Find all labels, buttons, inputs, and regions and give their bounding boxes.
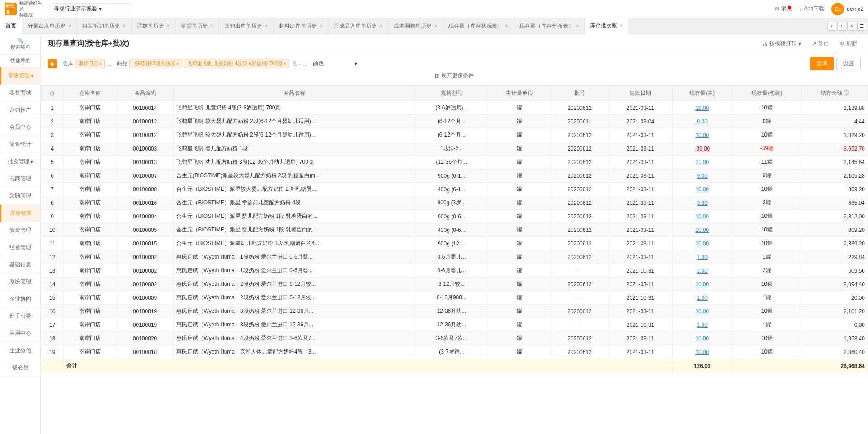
query-actions: 查询 设置 [810, 57, 861, 70]
cell-qty-main[interactable]: -39.00 [672, 142, 732, 156]
cell-code: 00100002 [116, 278, 174, 291]
cell-qty-pack: 10罐 [732, 332, 802, 345]
template-print-button[interactable]: 🖨 按模板打印 ▾ [759, 38, 805, 49]
product-tag-0[interactable]: 飞鹤奶粉3段丙瓶装 × [129, 59, 182, 68]
tab-1[interactable]: 分量盘点单历史 × [22, 18, 77, 34]
cell-qty-main[interactable]: 1.00 [672, 250, 732, 264]
tab-3[interactable]: 调拨单历史 × [132, 18, 175, 34]
cell-amount: 2,094.40 [802, 278, 868, 291]
tab-close-4[interactable]: × [211, 24, 213, 28]
cell-qty-main[interactable]: 1.00 [672, 318, 732, 332]
sidebar-item-retail-mall[interactable]: 零售商城 [0, 85, 40, 102]
sidebar-item-wechat[interactable]: 企业微信 [0, 342, 40, 359]
sidebar-item-purchase[interactable]: 采购管理 [0, 188, 40, 205]
cell-qty-pack: 0罐 [732, 115, 802, 128]
messages-button[interactable]: ✉ 消息 [775, 5, 792, 13]
table-row: 2 南岸门店 00100012 飞鹤星飞帆 较大婴儿配方奶粉 2段(6-12个月… [41, 115, 868, 128]
refresh-button[interactable]: ↻ 刷新 [836, 38, 861, 49]
sidebar-item-inventory[interactable]: 库存核算 [0, 205, 40, 222]
sidebar-item-member-center[interactable]: 会员中心 [0, 119, 40, 136]
cell-qty-pack: 2罐 [732, 264, 802, 278]
tab-4[interactable]: 要货单历史 × [175, 18, 219, 34]
cell-no: 15 [41, 291, 64, 305]
cell-qty-main[interactable]: 3.00 [672, 196, 732, 210]
cell-qty-main[interactable]: 10.00 [672, 183, 732, 196]
cell-qty-main[interactable]: 10.00 [672, 237, 732, 250]
export-button[interactable]: ↗ 导出 [808, 38, 833, 49]
query-button[interactable]: 查询 [810, 57, 834, 70]
table-row: 12 南岸门店 00100002 惠氏启赋（Wyeth illuma）1段奶粉 … [41, 250, 868, 264]
tab-close-7[interactable]: × [380, 24, 382, 28]
cell-qty-main[interactable]: 1.00 [672, 291, 732, 305]
cell-amount: 0.00 [802, 318, 868, 332]
cell-qty-main[interactable]: 10.00 [672, 128, 732, 142]
warehouse-tag[interactable]: 南岸门店 × [75, 59, 105, 68]
tab-8[interactable]: 成本调整单历史 × [388, 18, 443, 34]
sidebar-item-ecommerce[interactable]: 电商管理 [0, 170, 40, 188]
expand-filter-button[interactable]: ▶ [48, 59, 57, 68]
tab-9[interactable]: 现存量（库存状况表） × [443, 18, 514, 34]
cell-qty-main[interactable]: 10.00 [672, 223, 732, 237]
sidebar-item-enterprise[interactable]: 企业协同 [0, 291, 40, 308]
tab-next-button[interactable]: › [837, 22, 846, 31]
product-tag-1[interactable]: 飞鹤星飞帆 儿童奶粉 4段(3-6岁适用) 700克 × [184, 59, 289, 68]
tab-close-2[interactable]: × [123, 24, 126, 28]
cell-qty-main[interactable]: 10.00 [672, 345, 732, 359]
sidebar-item-changhui[interactable]: 畅会员 [0, 359, 40, 377]
cell-qty-main[interactable]: 10.00 [672, 101, 732, 115]
cell-qty-main[interactable]: 11.00 [672, 156, 732, 169]
sidebar-item-retail-stats[interactable]: 零售统计 [0, 136, 40, 153]
cell-qty-main[interactable]: 10.00 [672, 278, 732, 291]
cell-batch: — [551, 264, 609, 278]
sidebar-item-wholesale[interactable]: 批发管理 ▾ [0, 153, 40, 170]
cell-qty-main[interactable]: 10.00 [672, 305, 732, 318]
expand-more-conditions[interactable]: ⊞ 展开更多条件 [435, 72, 474, 80]
tab-close-11[interactable]: × [620, 23, 623, 28]
cell-no: 18 [41, 332, 64, 345]
cell-qty-main[interactable]: 10.00 [672, 210, 732, 223]
tab-prev-button[interactable]: ‹ [827, 22, 836, 31]
sidebar-item-marketing[interactable]: 营销推广 [0, 102, 40, 119]
cell-spec: 6-12月较... [415, 278, 488, 291]
cell-qty-main[interactable]: 10.00 [672, 332, 732, 345]
tab-home[interactable]: 首页 [0, 18, 22, 34]
org-selector[interactable]: 母婴行业演示账套 ▾ [50, 3, 131, 14]
tab-close-all-button[interactable]: × [847, 22, 856, 31]
sidebar-item-retail-management[interactable]: 零售管理 ▾ [0, 67, 40, 85]
cell-qty-main[interactable]: 0.00 [672, 115, 732, 128]
tab-2[interactable]: 组装拆卸单历史 × [77, 18, 132, 34]
tab-close-3[interactable]: × [167, 24, 170, 28]
cell-expire: 2021-03-11 [608, 101, 672, 115]
cell-spec: 400g (0-6... [415, 223, 488, 237]
tab-7[interactable]: 产成品入库单历史 × [328, 18, 388, 34]
col-gear[interactable]: ⚙ [41, 86, 64, 101]
cell-batch: 20200612 [551, 101, 609, 115]
sidebar-item-guide[interactable]: 新手引导 [0, 308, 40, 325]
settings-button[interactable]: 设置 [836, 57, 861, 70]
tab-close-6[interactable]: × [320, 24, 322, 28]
sidebar-item-management[interactable]: 经营管理 [0, 239, 40, 256]
warehouse-tag-close[interactable]: × [99, 61, 102, 66]
cell-expire: 2021-10-31 [608, 264, 672, 278]
sidebar-search[interactable]: 🔍 搜索英单 [0, 34, 40, 55]
sidebar-quick-nav[interactable]: 快捷导航 [0, 55, 40, 67]
tab-close-5[interactable]: × [265, 24, 268, 28]
tab-menu-button[interactable]: ☰ [857, 22, 866, 31]
cell-qty-main[interactable]: 9.00 [672, 169, 732, 183]
tab-close-1[interactable]: × [68, 24, 71, 28]
sidebar-item-finance[interactable]: 资金管理 [0, 222, 40, 239]
tab-6[interactable]: 材料出库单历史 × [274, 18, 328, 34]
app-download-button[interactable]: ↓ App下载 [799, 5, 824, 13]
sidebar-item-basic-info[interactable]: 基础信息 [0, 256, 40, 274]
sidebar-item-app-center[interactable]: 应用中心 [0, 325, 40, 342]
cell-qty-main[interactable]: 2.00 [672, 264, 732, 278]
cell-qty-pack: -39罐 [732, 142, 802, 156]
tab-close-10[interactable]: × [576, 24, 579, 28]
tab-11-active[interactable]: 库存批次账 × [585, 18, 628, 34]
tab-close-8[interactable]: × [434, 24, 437, 28]
tab-close-9[interactable]: × [505, 24, 508, 28]
tab-10[interactable]: 现存量（库存分布表） × [514, 18, 585, 34]
user-profile[interactable]: Ea demo2 [831, 3, 863, 15]
sidebar-item-system[interactable]: 系统管理 [0, 274, 40, 291]
tab-5[interactable]: 其他出库单历史 × [219, 18, 274, 34]
